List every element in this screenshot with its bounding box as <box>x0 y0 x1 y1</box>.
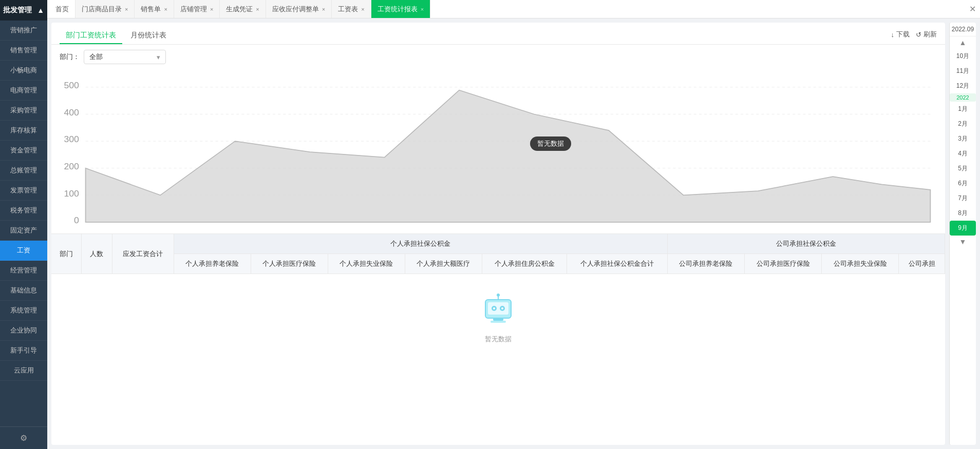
sidebar-item-电商管理[interactable]: 电商管理 <box>0 81 47 101</box>
date-month-2[interactable]: 2月 <box>950 116 976 131</box>
th-公司承担: 公司承担 <box>899 254 945 274</box>
sidebar-item-基础信息[interactable]: 基础信息 <box>0 281 47 301</box>
th-应发工资合计: 应发工资合计 <box>112 234 174 274</box>
date-month-11[interactable]: 11月 <box>950 64 976 79</box>
date-month-12[interactable]: 12月 <box>950 79 976 93</box>
sidebar-item-营销推广[interactable]: 营销推广 <box>0 21 47 41</box>
sidebar-item-总账管理[interactable]: 总账管理 <box>0 161 47 181</box>
empty-state: 暂无数据 <box>51 274 945 359</box>
close-icon[interactable]: × <box>210 6 213 12</box>
svg-point-22 <box>497 294 500 297</box>
th-人数: 人数 <box>82 234 112 274</box>
svg-marker-12 <box>86 90 931 222</box>
sidebar-item-云应用[interactable]: 云应用 <box>0 361 47 381</box>
sidebar-item-系统管理[interactable]: 系统管理 <box>0 301 47 321</box>
tab-bar: 首页 门店商品目录 × 销售单 × 店铺管理 × 生成凭证 × 应收应付调整单 … <box>47 0 980 18</box>
sidebar-item-固定资产[interactable]: 固定资产 <box>0 221 47 241</box>
sidebar-item-经营管理[interactable]: 经营管理 <box>0 261 47 281</box>
chart-area: 0 100 200 300 400 500 <box>51 69 945 233</box>
svg-point-18 <box>501 307 503 309</box>
tab-销售单[interactable]: 销售单 × <box>135 0 174 18</box>
tab-工资统计报表[interactable]: 工资统计报表 × <box>371 0 430 18</box>
svg-text:400: 400 <box>64 108 79 117</box>
sidebar-item-采购管理[interactable]: 采购管理 <box>0 101 47 121</box>
th-公司承担社保公积金: 公司承担社保公积金 <box>667 234 945 254</box>
chevron-down-icon: ▾ <box>157 53 160 61</box>
sidebar-item-发票管理[interactable]: 发票管理 <box>0 181 47 201</box>
date-display: 2022.09 <box>952 26 974 33</box>
settings-button[interactable]: ⚙ <box>0 426 47 449</box>
svg-text:500: 500 <box>64 81 79 90</box>
empty-label: 暂无数据 <box>485 335 512 344</box>
sidebar-header[interactable]: 批发管理 ▲ <box>0 0 47 21</box>
department-select-value: 全部 <box>89 52 103 62</box>
filter-row: 部门： 全部 ▾ <box>51 45 945 69</box>
close-icon[interactable]: × <box>361 6 364 12</box>
sidebar-toggle-icon: ▲ <box>37 6 44 14</box>
refresh-button[interactable]: ↺ 刷新 <box>916 30 937 39</box>
chart-container: 0 100 200 300 400 500 <box>60 73 937 229</box>
tab-工资表[interactable]: 工资表 × <box>332 0 371 18</box>
tab-bar-end: ✕ <box>967 4 980 14</box>
close-icon[interactable]: × <box>322 6 325 12</box>
tab-门店商品目录[interactable]: 门店商品目录 × <box>76 0 135 18</box>
date-down-button[interactable]: ▼ <box>950 236 976 248</box>
empty-icon <box>478 289 519 330</box>
sidebar-item-企业协同[interactable]: 企业协同 <box>0 321 47 341</box>
tab-生成凭证[interactable]: 生成凭证 × <box>220 0 266 18</box>
th-公司医疗: 公司承担医疗保险 <box>745 254 822 274</box>
page-content: 部门工资统计表 月份统计表 ↓ 下载 ↺ 刷新 <box>47 18 980 449</box>
table-header: 部门 人数 应发工资合计 个人承担社保公积金 公司承担社保公积金 个人承担养老保… <box>51 234 945 274</box>
window-close-icon[interactable]: ✕ <box>969 4 976 14</box>
download-button[interactable]: ↓ 下载 <box>891 30 910 39</box>
sidebar-item-税务管理[interactable]: 税务管理 <box>0 201 47 221</box>
sidebar-item-资金管理[interactable]: 资金管理 <box>0 141 47 161</box>
main-content: 首页 门店商品目录 × 销售单 × 店铺管理 × 生成凭证 × 应收应付调整单 … <box>47 0 980 449</box>
toolbar-actions: ↓ 下载 ↺ 刷新 <box>891 30 937 42</box>
tab-月份统计表[interactable]: 月份统计表 <box>124 28 173 44</box>
sidebar-item-小畅电商[interactable]: 小畅电商 <box>0 61 47 81</box>
date-month-5[interactable]: 5月 <box>950 161 976 176</box>
date-panel: 2022.09 ▲ 10月 11月 12月 2022 1月 2月 3月 4月 5… <box>949 23 976 445</box>
sidebar-item-工资[interactable]: 工资 <box>0 241 47 261</box>
date-month-6[interactable]: 6月 <box>950 176 976 191</box>
svg-rect-20 <box>491 321 506 323</box>
gear-icon: ⚙ <box>20 434 27 442</box>
th-个人社保合计: 个人承担社保公积金合计 <box>567 254 668 274</box>
close-icon[interactable]: × <box>256 6 259 12</box>
date-month-1[interactable]: 1月 <box>950 102 976 116</box>
date-up-button[interactable]: ▲ <box>950 36 976 49</box>
table-section: 部门 人数 应发工资合计 个人承担社保公积金 公司承担社保公积金 个人承担养老保… <box>51 233 945 445</box>
sidebar-item-库存核算[interactable]: 库存核算 <box>0 121 47 141</box>
date-month-9[interactable]: 9月 <box>950 221 976 236</box>
tab-店铺管理[interactable]: 店铺管理 × <box>174 0 220 18</box>
th-个人养老: 个人承担养老保险 <box>174 254 251 274</box>
tab-首页[interactable]: 首页 <box>49 0 76 18</box>
sidebar-item-销售管理[interactable]: 销售管理 <box>0 41 47 61</box>
svg-text:300: 300 <box>64 135 79 144</box>
chart-no-data-tooltip: 暂无数据 <box>530 136 571 151</box>
sub-tabs: 部门工资统计表 月份统计表 ↓ 下载 ↺ 刷新 <box>51 23 945 45</box>
refresh-icon: ↺ <box>916 31 921 38</box>
data-table: 部门 人数 应发工资合计 个人承担社保公积金 公司承担社保公积金 个人承担养老保… <box>51 234 945 274</box>
date-month-8[interactable]: 8月 <box>950 206 976 221</box>
date-year-header: 2022.09 <box>950 23 976 36</box>
date-year-2022[interactable]: 2022 <box>950 93 976 102</box>
date-month-4[interactable]: 4月 <box>950 146 976 161</box>
tab-部门工资统计表[interactable]: 部门工资统计表 <box>60 28 122 44</box>
date-month-3[interactable]: 3月 <box>950 131 976 146</box>
department-select[interactable]: 全部 ▾ <box>84 50 166 64</box>
th-个人医疗: 个人承担医疗保险 <box>251 254 328 274</box>
tab-应收应付调整单[interactable]: 应收应付调整单 × <box>266 0 332 18</box>
chart-svg: 0 100 200 300 400 500 <box>60 73 937 229</box>
close-icon[interactable]: × <box>125 6 128 12</box>
date-month-7[interactable]: 7月 <box>950 191 976 206</box>
sidebar-item-新手引导[interactable]: 新手引导 <box>0 341 47 361</box>
date-month-10[interactable]: 10月 <box>950 49 976 64</box>
close-icon[interactable]: × <box>164 6 167 12</box>
svg-rect-14 <box>488 302 508 315</box>
th-个人大额医疗: 个人承担大额医疗 <box>405 254 482 274</box>
download-icon: ↓ <box>891 31 895 38</box>
close-icon[interactable]: × <box>421 6 424 12</box>
svg-text:100: 100 <box>64 189 79 198</box>
